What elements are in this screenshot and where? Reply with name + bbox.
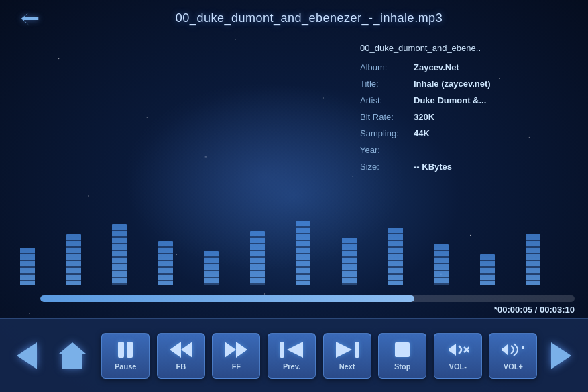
- controls-bar: Pause FB FF Prev.: [0, 318, 588, 392]
- artist-value: Duke Dumont &...: [414, 93, 486, 109]
- vol-plus-button[interactable]: VOL+: [489, 333, 537, 379]
- eq-bar-1: [66, 50, 109, 285]
- svg-marker-6: [225, 342, 236, 358]
- track-year-row: Year:: [360, 142, 575, 159]
- size-label: Size:: [360, 159, 408, 176]
- next-label: Next: [339, 362, 355, 371]
- svg-rect-18: [502, 348, 508, 351]
- eq-bar-fill-0: [20, 248, 35, 285]
- album-value: Zaycev.Net: [414, 60, 459, 77]
- progress-fill: [40, 295, 414, 302]
- svg-rect-2: [118, 342, 124, 358]
- eq-bar-6: [296, 50, 338, 285]
- progress-section: *00:00:05 / 00:03:10: [40, 295, 575, 315]
- svg-marker-5: [170, 342, 181, 358]
- pause-label: Pause: [115, 362, 136, 371]
- eq-bar-fill-6: [296, 221, 310, 285]
- track-size-row: Size: -- KBytes: [360, 159, 575, 176]
- svg-rect-3: [127, 342, 133, 358]
- track-title: 00_duke_dumont_and_ebenezer_-_inhale.mp3: [44, 11, 575, 26]
- next-track-arrow[interactable]: [544, 330, 581, 381]
- svg-marker-0: [17, 342, 37, 369]
- prev-label: Prev.: [283, 362, 300, 371]
- year-label: Year:: [360, 142, 408, 159]
- artist-label: Artist:: [360, 93, 408, 109]
- next-button[interactable]: Next: [323, 333, 371, 379]
- sampling-label: Sampling:: [360, 126, 408, 142]
- eq-bar-fill-10: [480, 254, 495, 285]
- track-filename: 00_duke_dumont_and_ebene..: [360, 40, 575, 57]
- eq-bar-fill-5: [250, 231, 265, 285]
- fb-label: FB: [176, 362, 186, 371]
- rewind-button[interactable]: FB: [157, 333, 205, 379]
- vol-minus-button[interactable]: VOL-: [434, 333, 482, 379]
- bitrate-value: 320K: [414, 109, 434, 126]
- media-player-screen: 00_duke_dumont_and_ebenezer_-_inhale.mp3…: [0, 0, 588, 392]
- svg-marker-7: [236, 342, 247, 358]
- svg-marker-9: [287, 342, 303, 358]
- track-album-row: Album: Zaycev.Net: [360, 60, 575, 77]
- sampling-value: 44K: [414, 126, 430, 142]
- back-button[interactable]: [13, 7, 44, 30]
- title-value: Inhale (zaycev.net): [414, 76, 491, 93]
- track-artist-row: Artist: Duke Dumont &...: [360, 93, 575, 109]
- eq-bar-fill-2: [112, 224, 127, 285]
- svg-rect-1: [68, 360, 76, 369]
- size-value: -- KBytes: [414, 159, 452, 176]
- eq-bar-fill-1: [66, 234, 81, 285]
- pause-button[interactable]: Pause: [101, 333, 150, 379]
- track-bitrate-row: Bit Rate: 320K: [360, 109, 575, 126]
- previous-track-arrow[interactable]: [7, 330, 44, 381]
- stop-label: Stop: [394, 362, 410, 371]
- eq-bar-fill-8: [388, 228, 403, 285]
- vol-minus-label: VOL-: [449, 362, 467, 371]
- album-label: Album:: [360, 60, 408, 77]
- eq-bar-2: [112, 50, 154, 285]
- home-button[interactable]: [51, 330, 95, 381]
- header: 00_duke_dumont_and_ebenezer_-_inhale.mp3: [0, 0, 588, 37]
- svg-rect-11: [355, 342, 359, 358]
- track-sampling-row: Sampling: 44K: [360, 126, 575, 142]
- eq-bar-3: [158, 50, 200, 285]
- eq-bar-fill-11: [526, 234, 540, 285]
- svg-rect-8: [280, 342, 284, 358]
- track-info-panel: 00_duke_dumont_and_ebene.. Album: Zaycev…: [360, 40, 575, 176]
- track-title-row: Title: Inhale (zaycev.net): [360, 76, 575, 93]
- title-label: Title:: [360, 76, 408, 93]
- eq-bar-fill-7: [342, 238, 357, 285]
- svg-marker-10: [336, 342, 352, 358]
- eq-bar-fill-4: [204, 251, 219, 285]
- fast-forward-button[interactable]: FF: [212, 333, 260, 379]
- prev-button[interactable]: Prev.: [268, 333, 316, 379]
- eq-bar-fill-3: [158, 241, 173, 285]
- ff-label: FF: [232, 362, 241, 371]
- eq-bar-5: [250, 50, 292, 285]
- stop-button[interactable]: Stop: [378, 333, 426, 379]
- bitrate-label: Bit Rate:: [360, 109, 408, 126]
- eq-bar-fill-9: [434, 244, 449, 285]
- progress-time: *00:00:05 / 00:03:10: [40, 305, 575, 315]
- svg-rect-12: [395, 342, 410, 357]
- progress-bar[interactable]: [40, 295, 575, 302]
- svg-rect-14: [449, 348, 456, 351]
- svg-marker-21: [551, 342, 571, 369]
- eq-bar-4: [204, 50, 246, 285]
- vol-plus-label: VOL+: [504, 362, 523, 371]
- eq-bar-0: [20, 50, 62, 285]
- svg-marker-4: [181, 342, 192, 358]
